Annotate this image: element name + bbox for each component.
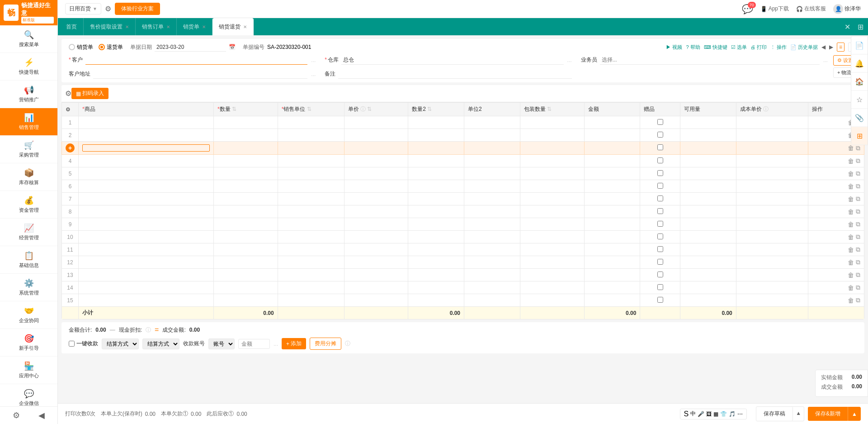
view-toggle-list[interactable]: ≡ [837,43,844,52]
shortcut-link[interactable]: ⌨ 快捷键 [704,44,727,51]
gift-checkbox[interactable] [657,246,663,252]
staff-dots[interactable]: ... [823,57,828,63]
online-service-btn[interactable]: 🎧 在线客服 [796,5,826,13]
save-new-arrow[interactable]: ▲ [848,407,861,421]
quick-bell-icon[interactable]: 🔔 [851,55,868,73]
delete-icon[interactable]: 🗑 [848,170,854,177]
amount-cell[interactable] [584,142,640,155]
quick-home-icon[interactable]: 🏠 [851,73,868,91]
gift-cell[interactable] [640,116,680,129]
gift-checkbox[interactable] [657,119,663,125]
amount-cell[interactable] [584,129,640,142]
sidebar-item-search[interactable]: 🔍 搜索菜单 [0,25,57,53]
sidebar-item-newguide[interactable]: 🎯 新手引导 [0,329,57,357]
radio-delivery[interactable]: 销货单 [69,43,93,51]
select-link[interactable]: ☑ 选单 [731,44,747,51]
prev-icon[interactable]: ◀ [821,44,826,50]
tab-close-btn[interactable]: ✕ [842,22,853,32]
delete-icon[interactable]: 🗑 [848,272,854,279]
topbar-gear-icon[interactable]: ⚙ [105,5,111,13]
copy-icon[interactable]: ⧉ [856,233,860,241]
delete-icon[interactable]: 🗑 [848,246,854,253]
sidebar-item-basic[interactable]: 📋 基础信息 [0,246,57,274]
quick-active-icon[interactable]: ⊞ [851,127,868,145]
unit2-cell[interactable] [464,142,520,155]
barcode-entry-btn[interactable]: ▦ 扫码录入 [71,88,108,99]
gift-checkbox[interactable] [657,157,663,163]
account-select[interactable]: 账号 [208,338,235,349]
unit-price-cell[interactable] [344,116,408,129]
gift-checkbox[interactable] [657,170,663,176]
quick-clip-icon[interactable]: 📎 [851,109,868,127]
gift-checkbox[interactable] [657,221,663,227]
tab-expand-icon[interactable]: ⊞ [855,22,866,32]
sort-handle-pack[interactable]: ⇅ [547,106,552,112]
save-draft-arrow[interactable]: ▲ [793,407,804,421]
sidebar-item-system[interactable]: ⚙️ 系统管理 [0,274,57,301]
tab-close-icon[interactable]: ✕ [166,24,170,29]
quantity-cell[interactable] [214,116,278,129]
product-cell[interactable] [79,129,214,142]
copy-icon[interactable]: ⧉ [856,182,860,190]
sort-handle-qty2[interactable]: ⇅ [427,106,432,112]
pack-qty-cell[interactable] [520,116,584,129]
sidebar-item-enterprise[interactable]: 🤝 企业协同 [0,301,57,329]
unit-price-cell[interactable] [344,142,408,155]
delete-icon[interactable]: 🗑 [848,208,854,215]
table-gear-icon[interactable]: ⚙ [65,89,71,98]
user-menu[interactable]: 👤 徐泽华 [833,4,861,14]
copy-icon[interactable]: ⧉ [856,220,860,228]
history-link[interactable]: 📄 历史单据 [790,44,818,51]
cost-price-cell[interactable] [736,129,808,142]
sales-unit-cell[interactable] [278,116,344,129]
tab-price-setting[interactable]: 售价提取设置 ✕ [84,18,136,35]
sales-unit-cell[interactable] [278,142,344,155]
available-cell[interactable] [680,142,736,155]
sidebar-item-operation[interactable]: 📈 经营管理 [0,219,57,246]
category-select[interactable]: 日用百货 ▼ [65,3,101,14]
col-gear-icon[interactable]: ⚙ [66,106,71,113]
gift-checkbox[interactable] [657,284,663,290]
product-cell[interactable] [79,116,214,129]
pack-qty-cell[interactable] [520,129,584,142]
video-link[interactable]: ▶ 视频 [666,44,682,51]
gift-checkbox[interactable] [657,195,663,201]
delete-icon[interactable]: 🗑 [848,221,854,228]
pack-qty-cell[interactable] [520,142,584,155]
help-link[interactable]: ? 帮助 [686,44,700,51]
delete-icon[interactable]: 🗑 [848,144,854,152]
tab-close-icon[interactable]: ✕ [125,24,129,29]
copy-icon[interactable]: ⧉ [856,195,860,203]
calendar-icon[interactable]: 📅 [229,44,236,50]
add-row-btn[interactable]: + [66,143,75,152]
delete-icon[interactable]: 🗑 [848,195,854,203]
onepay-checkbox-label[interactable]: 一键收款 [69,340,98,348]
delete-icon[interactable]: 🗑 [848,284,854,291]
delete-icon[interactable]: 🗑 [848,183,854,190]
gift-cell[interactable] [640,142,680,155]
gift-checkbox[interactable] [657,272,663,277]
unit2-cell[interactable] [464,116,520,129]
sidebar-item-finance[interactable]: 💰 资金管理 [0,191,57,219]
add-payment-btn[interactable]: + 添加 [282,338,306,349]
action-link[interactable]: ⋮ 操作 [770,44,787,51]
qty2-cell[interactable] [408,116,464,129]
qty2-cell[interactable] [408,142,464,155]
unit2-cell[interactable] [464,129,520,142]
tab-sales-delivery[interactable]: 销货单 ✕ [177,18,212,35]
calc-sub-select[interactable]: 结算方式 [142,338,179,349]
amount-cell[interactable] [584,116,640,129]
exp-btn[interactable]: 体验行业方案 [115,3,160,15]
print-link[interactable]: 🖨 打印 [750,44,767,51]
available-cell[interactable] [680,129,736,142]
remark-input[interactable] [338,69,571,79]
onepay-checkbox[interactable] [69,341,75,347]
app-download-btn[interactable]: 📱 App下载 [760,5,789,13]
copy-icon[interactable]: ⧉ [856,296,860,304]
sidebar-item-purchase[interactable]: 🛒 采购管理 [0,136,57,163]
tab-sales-order[interactable]: 销售订单 ✕ [136,18,177,35]
product-input-active[interactable] [82,144,210,152]
gift-checkbox[interactable] [657,208,663,214]
radio-return[interactable]: 退货单 [99,43,123,51]
copy-icon[interactable]: ⧉ [856,208,860,215]
